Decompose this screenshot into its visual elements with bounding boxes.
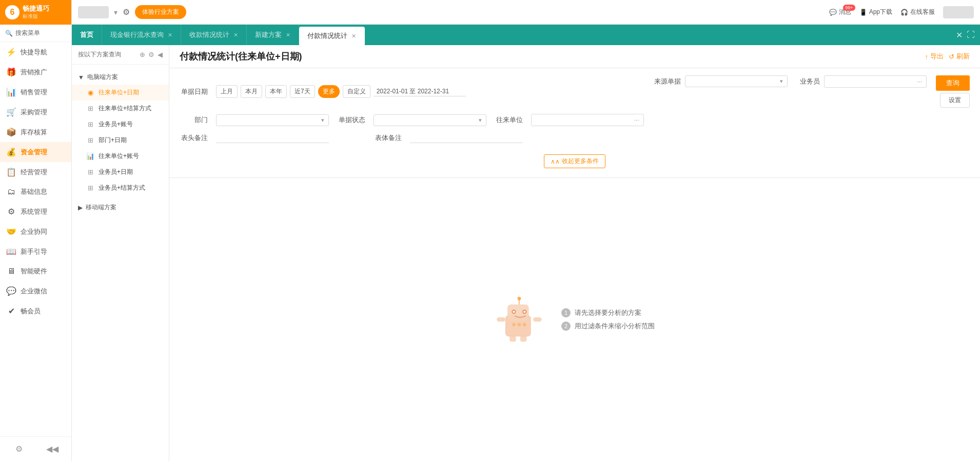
- tab-bank[interactable]: 现金银行流水查询 ✕: [102, 25, 181, 45]
- sidebar-item-enterprise[interactable]: 🤝 企业协同: [0, 222, 71, 242]
- footer-settings-btn[interactable]: ⚙: [4, 441, 34, 457]
- refresh-button[interactable]: ↺ 刷新: [949, 52, 970, 61]
- sidebar-item-capital[interactable]: 💰 资金管理: [0, 142, 71, 162]
- app-download-label: App下载: [869, 8, 892, 16]
- footer-collapse-btn[interactable]: ◀◀: [37, 441, 68, 457]
- marketing-icon: 🎁: [6, 67, 16, 77]
- sidebar-item-wechat[interactable]: 💬 企业微信: [0, 281, 71, 301]
- scheme-counterparty-settlement[interactable]: ⊞ 往来单位+结算方式: [72, 101, 169, 116]
- robot-illustration: [495, 294, 546, 345]
- scheme-counterparty-account[interactable]: 📊 往来单位+账号: [72, 148, 169, 164]
- payment-stats-tab-label: 收款情况统计: [189, 30, 229, 39]
- source-doc-select[interactable]: ▾: [685, 75, 788, 87]
- sidebar-item-label: 新手引导: [21, 247, 47, 256]
- new-plan-tab-close-icon[interactable]: ✕: [286, 32, 290, 38]
- svg-rect-11: [520, 336, 527, 342]
- mobile-section-header[interactable]: ▶ 移动端方案: [72, 200, 169, 215]
- table-header-input[interactable]: [216, 132, 329, 143]
- date-range-input[interactable]: [374, 87, 466, 96]
- online-service-action[interactable]: 🎧 在线客服: [900, 8, 935, 16]
- svg-point-4: [513, 311, 515, 313]
- left-panel-title: 按以下方案查询: [78, 50, 121, 59]
- export-button[interactable]: ↑ 导出: [925, 52, 944, 61]
- sidebar-item-sales[interactable]: 📊 销售管理: [0, 82, 71, 102]
- sidebar-item-marketing[interactable]: 🎁 营销推广: [0, 62, 71, 82]
- filter-row-2: 部门 ▾ 单据状态 ▾ 往来单位 ···: [180, 114, 970, 126]
- close-tab-icon[interactable]: ✕: [956, 30, 963, 40]
- empty-steps: 1 请先选择要分析的方案 2 用过滤条件来缩小分析范围: [561, 308, 655, 331]
- dept-select[interactable]: ▾: [216, 114, 329, 126]
- table-header-label: 表头备注: [180, 133, 208, 143]
- settings-button[interactable]: 设置: [940, 93, 970, 108]
- settings-gear-icon[interactable]: ⚙: [123, 7, 130, 17]
- sidebar-item-basic-info[interactable]: 🗂 基础信息: [0, 182, 71, 202]
- member-icon: ✔: [6, 306, 16, 316]
- query-button[interactable]: 查询: [936, 75, 970, 91]
- desktop-section-header[interactable]: ▼ 电脑端方案: [72, 70, 169, 85]
- messages-action[interactable]: 💬 消息 99+: [829, 8, 851, 16]
- sidebar-item-purchase[interactable]: 🛒 采购管理: [0, 102, 71, 122]
- bank-tab-close-icon[interactable]: ✕: [168, 32, 172, 38]
- scheme-icon-5: 📊: [86, 152, 94, 160]
- date-btn-more[interactable]: 更多: [318, 85, 340, 98]
- desktop-schemes-section: ▼ 电脑端方案 ◉ 往来单位+日期 ⊞ 往来单位+结算方式 ⊞ 业务员+账号: [72, 68, 169, 198]
- salesman-select[interactable]: ···: [824, 75, 927, 88]
- date-btn-last-7-days[interactable]: 近7天: [290, 85, 315, 98]
- collapse-conditions-button[interactable]: ∧∧ 收起更多条件: [544, 154, 605, 168]
- sidebar-item-operations[interactable]: 📋 经营管理: [0, 162, 71, 182]
- scheme-counterparty-date[interactable]: ◉ 往来单位+日期: [72, 85, 169, 101]
- maximize-tab-icon[interactable]: ⛶: [967, 30, 975, 39]
- counterparty-select[interactable]: ···: [531, 114, 644, 126]
- scheme-salesman-settlement[interactable]: ⊞ 业务员+结算方式: [72, 180, 169, 196]
- add-scheme-icon[interactable]: ⊕: [140, 51, 145, 58]
- scheme-salesman-date[interactable]: ⊞ 业务员+日期: [72, 164, 169, 180]
- sales-icon: 📊: [6, 87, 16, 97]
- trial-industry-button[interactable]: 体验行业方案: [135, 5, 186, 19]
- sidebar-item-guide[interactable]: 📖 新手引导: [0, 242, 71, 262]
- svg-rect-9: [533, 317, 542, 322]
- collapse-panel-icon[interactable]: ◀: [158, 51, 163, 58]
- sidebar-item-quick-nav[interactable]: ⚡ 快捷导航: [0, 42, 71, 62]
- scheme-item-label: 业务员+日期: [99, 168, 133, 176]
- sidebar-item-system[interactable]: ⚙ 系统管理: [0, 202, 71, 222]
- tab-home[interactable]: 首页: [72, 25, 102, 45]
- user-avatar[interactable]: [943, 6, 974, 18]
- collapse-up-icon: ∧∧: [551, 158, 560, 165]
- step-1-num: 1: [561, 308, 571, 317]
- app-download-action[interactable]: 📱 App下载: [859, 8, 892, 16]
- table-body-input[interactable]: [410, 132, 523, 143]
- sidebar-item-label: 资金管理: [21, 148, 47, 157]
- scheme-salesman-account[interactable]: ⊞ 业务员+账号: [72, 116, 169, 132]
- tab-new-plan[interactable]: 新建方案 ✕: [247, 25, 299, 45]
- empty-step-2: 2 用过滤条件来缩小分析范围: [561, 322, 655, 331]
- payment-stats-tab-close-icon[interactable]: ✕: [233, 32, 238, 38]
- date-btn-this-month[interactable]: 本月: [241, 85, 262, 98]
- main-area: ▾ ⚙ 体验行业方案 💬 消息 99+ 📱 App下载 🎧 在线客服 首页: [72, 0, 980, 461]
- date-btn-this-year[interactable]: 本年: [265, 85, 287, 98]
- date-btn-custom[interactable]: 自定义: [343, 85, 370, 98]
- tab-payment-stats[interactable]: 收款情况统计 ✕: [181, 25, 247, 45]
- inventory-icon: 📦: [6, 127, 16, 137]
- doc-status-select[interactable]: ▾: [374, 114, 486, 126]
- company-dropdown[interactable]: ▾: [114, 8, 117, 16]
- svg-point-5: [523, 311, 525, 313]
- scheme-settings-icon[interactable]: ⚙: [148, 51, 154, 58]
- pay-stats-tab-close-icon[interactable]: ✕: [351, 33, 356, 39]
- quick-nav-icon: ⚡: [6, 47, 16, 57]
- refresh-label: 刷新: [956, 52, 970, 61]
- active-scheme-icon: ◉: [86, 89, 94, 96]
- tab-pay-stats[interactable]: 付款情况统计 ✕: [299, 27, 365, 45]
- step-1-text: 请先选择要分析的方案: [575, 308, 641, 317]
- logo-name: 畅捷通巧: [23, 5, 49, 13]
- sidebar-item-inventory[interactable]: 📦 库存核算: [0, 122, 71, 142]
- wechat-icon: 💬: [6, 286, 16, 296]
- sidebar-item-hardware[interactable]: 🖥 智能硬件: [0, 262, 71, 281]
- scheme-dept-date[interactable]: ⊞ 部门+日期: [72, 132, 169, 148]
- search-menu[interactable]: 🔍 搜索菜单: [0, 25, 71, 42]
- sidebar-item-label: 经营管理: [21, 168, 47, 177]
- empty-step-1: 1 请先选择要分析的方案: [561, 308, 655, 317]
- home-tab-label: 首页: [80, 30, 93, 39]
- sidebar-item-label: 企业协同: [21, 227, 47, 236]
- date-btn-last-month[interactable]: 上月: [216, 85, 238, 98]
- sidebar-item-member[interactable]: ✔ 畅会员: [0, 301, 71, 321]
